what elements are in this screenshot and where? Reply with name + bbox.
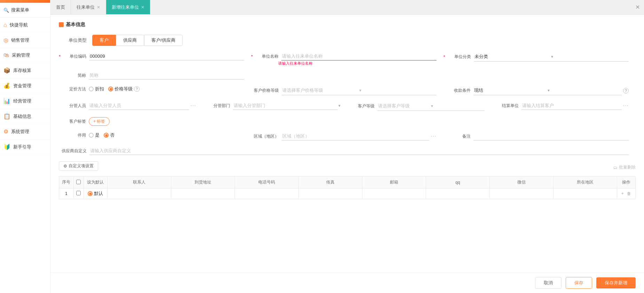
region-dots-btn[interactable]: ··· — [431, 133, 436, 139]
sidebar-item-inventory[interactable]: 📦 库存核算 — [0, 63, 50, 78]
form-row-6: 停用 是 否 区域（地区） ··· — [59, 132, 636, 140]
radio-price-level[interactable]: 价格等级 — [108, 86, 133, 92]
cell-address[interactable] — [171, 188, 235, 199]
radio-yes-circle — [89, 133, 94, 138]
batch-delete-button[interactable]: 🗂 批量删除 — [613, 164, 636, 170]
sidebar-item-quick-nav[interactable]: ⌂ 快捷导航 — [0, 18, 50, 33]
disable-label: 停用 — [62, 132, 86, 138]
sidebar-item-sales[interactable]: ◎ 销售管理 — [0, 33, 50, 48]
cell-email[interactable] — [362, 188, 426, 199]
form-row-1: * 单位编码 * 单位名称 请输入往来单位名称 * 单位分类 未分类 ▾ — [59, 52, 636, 62]
cell-wechat[interactable] — [489, 188, 553, 199]
type-btn-supplier[interactable]: 供应商 — [116, 35, 144, 46]
cell-fax[interactable] — [299, 188, 362, 199]
close-all-tabs[interactable]: ✕ — [631, 4, 644, 10]
unit-name-input[interactable] — [281, 52, 436, 60]
tab-new-partner[interactable]: 新增往来单位 ✕ — [106, 0, 150, 14]
tab-new-partner-close[interactable]: ✕ — [141, 5, 144, 10]
alias-label: 简称 — [62, 73, 86, 79]
save-new-button[interactable]: 保存并新增 — [596, 277, 636, 288]
sidebar-item-system[interactable]: ⚙ 系统管理 — [0, 124, 50, 139]
sidebar-item-operations[interactable]: 📊 经营管理 — [0, 93, 50, 109]
alias-input[interactable] — [89, 71, 244, 80]
address-input[interactable] — [173, 191, 233, 196]
caret-icon: ▾ — [551, 54, 628, 59]
radio-discount-circle — [89, 87, 94, 91]
sidebar-top-bar — [0, 0, 50, 3]
region-input[interactable] — [282, 132, 429, 140]
sidebar-item-label: 系统管理 — [11, 129, 29, 135]
sidebar-item-label: 基础信息 — [13, 113, 31, 120]
save-button[interactable]: 保存 — [566, 277, 592, 289]
cell-phone[interactable] — [235, 188, 299, 199]
add-tag-button[interactable]: + 标签 — [89, 117, 110, 126]
tab-bar: 首页 往来单位 ✕ 新增往来单位 ✕ ✕ — [50, 0, 644, 15]
radio-price-level-label: 价格等级 — [115, 86, 133, 92]
payment-help-icon[interactable]: ? — [623, 88, 629, 93]
radio-price-level-circle — [108, 87, 113, 91]
tab-home[interactable]: 首页 — [50, 0, 71, 14]
email-input[interactable] — [364, 191, 424, 196]
alias-field: 简称 — [59, 71, 244, 80]
supplier-custom-field: 供应商自定义 — [59, 147, 629, 155]
qq-input[interactable] — [428, 191, 487, 196]
settlement-input[interactable] — [521, 101, 622, 110]
search-menu[interactable]: 🔍 搜索菜单 — [0, 3, 50, 18]
radio-discount-label: 折扣 — [95, 86, 104, 92]
sidebar-item-guide[interactable]: 🔰 新手引导 — [0, 139, 50, 155]
pricing-radio-group: 折扣 价格等级 — [89, 86, 133, 92]
contact-input[interactable] — [110, 191, 169, 196]
select-all-checkbox[interactable] — [76, 180, 81, 184]
type-btn-customer[interactable]: 客户 — [92, 35, 116, 46]
unit-code-input[interactable] — [89, 52, 244, 60]
cell-default[interactable]: 默认 — [84, 188, 107, 199]
tab-partner-close[interactable]: ✕ — [97, 5, 100, 10]
delete-row-btn[interactable]: 🗑 — [627, 191, 631, 196]
cell-actions[interactable]: + 🗑 — [617, 188, 635, 199]
pricing-help-icon[interactable]: ? — [134, 86, 140, 92]
sidebar-item-basic-info[interactable]: 📋 基础信息 — [0, 109, 50, 124]
radio-no-label: 否 — [110, 132, 115, 138]
manager-input[interactable] — [89, 101, 189, 110]
phone-input[interactable] — [237, 191, 296, 196]
form-row-4: 分管人员 ··· 分管部门 ▾ 客户等级 请选择客户等级 ▾ 结算单位 — [59, 101, 636, 111]
sidebar-item-finance[interactable]: 💰 资金管理 — [0, 78, 50, 93]
add-row-btn[interactable]: + — [621, 191, 624, 196]
batch-delete-label: 批量删除 — [619, 164, 636, 170]
tab-partner[interactable]: 往来单位 ✕ — [71, 0, 106, 14]
department-input[interactable] — [233, 101, 337, 110]
region-table-input[interactable] — [556, 191, 615, 196]
customer-level-select[interactable]: 请选择客户等级 ▾ — [377, 101, 485, 111]
radio-disable-no[interactable]: 否 — [104, 132, 115, 138]
supplier-custom-input[interactable] — [89, 147, 629, 155]
radio-disable-yes[interactable]: 是 — [89, 132, 100, 138]
cell-region[interactable] — [553, 188, 617, 199]
wechat-input[interactable] — [492, 191, 551, 196]
custom-settings-button[interactable]: ⚙ 自定义项设置 — [59, 161, 98, 171]
remark-field: 备注 — [443, 132, 629, 140]
cell-check[interactable] — [73, 188, 84, 199]
sidebar-item-label: 经营管理 — [13, 98, 31, 104]
settlement-dots-btn[interactable]: ··· — [623, 103, 629, 109]
payment-terms-select[interactable]: 现结 ▾ — [473, 86, 622, 95]
cell-qq[interactable] — [426, 188, 489, 199]
radio-discount[interactable]: 折扣 — [89, 86, 104, 92]
flag-icon — [59, 22, 64, 27]
table-section: ⚙ 自定义项设置 🗂 批量删除 序号 设为默认 联系人 到货地址 电话 — [59, 161, 636, 199]
cell-contact[interactable] — [108, 188, 171, 199]
sidebar-item-purchase[interactable]: 🛍 采购管理 — [0, 48, 50, 63]
type-btn-both[interactable]: 客户/供应商 — [144, 35, 183, 46]
unit-category-select[interactable]: 未分类 ▾ — [474, 52, 629, 62]
manager-dots-btn[interactable]: ··· — [190, 103, 196, 109]
default-radio[interactable]: 默认 — [86, 190, 105, 197]
remark-input[interactable] — [473, 132, 629, 140]
form-row-3: 定价方法 折扣 价格等级 ? 客户价格等级 请选择客户价格等 — [59, 86, 636, 95]
supplier-custom-label: 供应商自定义 — [62, 148, 87, 154]
required-star-name: * — [251, 54, 253, 59]
customer-price-select[interactable]: 请选择客户价格等级 ▾ — [282, 86, 436, 95]
cancel-button[interactable]: 取消 — [535, 277, 561, 289]
col-check — [73, 177, 84, 188]
finance-icon: 💰 — [3, 82, 10, 89]
row-checkbox[interactable] — [76, 191, 81, 195]
fax-input[interactable] — [301, 191, 360, 196]
